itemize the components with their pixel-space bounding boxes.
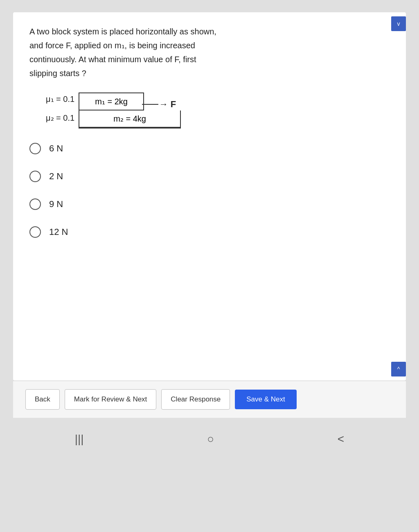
- radio-12n[interactable]: [29, 226, 41, 238]
- option-12n-label: 12 N: [49, 227, 68, 237]
- navigation-bar: ||| ○ <: [13, 426, 406, 452]
- option-12n[interactable]: 12 N: [29, 226, 390, 238]
- option-6n[interactable]: 6 N: [29, 143, 390, 154]
- option-2n-label: 2 N: [49, 171, 63, 182]
- ground-line: [79, 128, 181, 128]
- save-next-button[interactable]: Save & Next: [235, 390, 297, 409]
- option-9n-label: 9 N: [49, 199, 63, 210]
- radio-6n[interactable]: [29, 143, 41, 154]
- mu2-label: μ₂ = 0.1: [46, 113, 74, 123]
- block-top: m₁ = 2kg → F: [79, 92, 144, 110]
- mark-review-button[interactable]: Mark for Review & Next: [65, 389, 157, 410]
- physics-diagram: μ₁ = 0.1 μ₂ = 0.1 m₁ = 2kg → F m₂: [46, 92, 390, 128]
- option-2n[interactable]: 2 N: [29, 171, 390, 182]
- circle-icon[interactable]: ○: [207, 433, 214, 446]
- force-arrow: → F: [142, 99, 176, 110]
- clear-response-button[interactable]: Clear Response: [161, 389, 230, 410]
- bottom-toolbar: Back Mark for Review & Next Clear Respon…: [13, 381, 406, 418]
- radio-9n[interactable]: [29, 198, 41, 210]
- option-6n-label: 6 N: [49, 143, 63, 154]
- question-card: v A two block system is placed horizonta…: [13, 12, 406, 381]
- mu-labels: μ₁ = 0.1 μ₂ = 0.1: [46, 92, 74, 123]
- block-bottom: m₂ = 4kg: [79, 110, 181, 128]
- back-icon[interactable]: <: [338, 433, 344, 446]
- home-icon[interactable]: |||: [75, 433, 84, 446]
- radio-2n[interactable]: [29, 171, 41, 182]
- option-9n[interactable]: 9 N: [29, 198, 390, 210]
- question-text: A two block system is placed horizontall…: [29, 25, 390, 80]
- scroll-down-button[interactable]: v: [391, 16, 406, 31]
- back-button[interactable]: Back: [25, 389, 60, 410]
- scroll-up-button[interactable]: ^: [391, 362, 406, 376]
- blocks-area: m₁ = 2kg → F m₂ = 4kg: [79, 92, 181, 128]
- mu1-label: μ₁ = 0.1: [46, 94, 74, 104]
- options-list: 6 N 2 N 9 N 12 N: [29, 143, 390, 238]
